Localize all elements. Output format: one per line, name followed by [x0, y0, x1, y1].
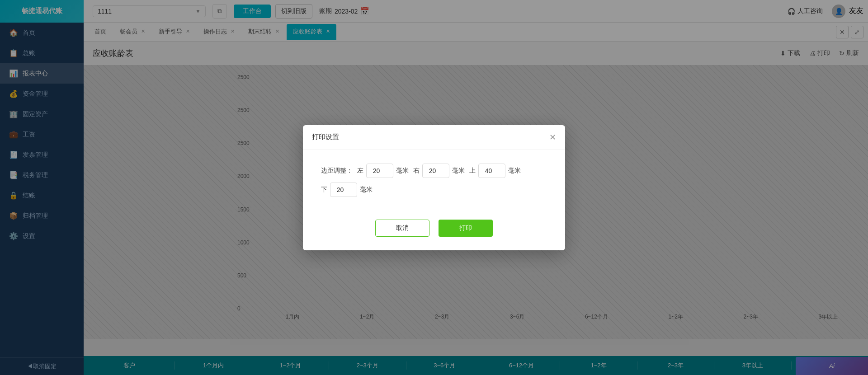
bottom-unit: 毫米 — [360, 186, 373, 194]
margin-row: 边距调整： 左 毫米 右 毫米 上 毫米 下 — [321, 164, 547, 197]
top-margin-input[interactable] — [478, 164, 505, 178]
print-settings-modal: 打印设置 ✕ 边距调整： 左 毫米 右 毫米 上 毫米 — [303, 125, 565, 250]
left-unit: 毫米 — [396, 167, 409, 175]
margin-right-group: 右 毫米 — [413, 164, 465, 178]
left-margin-input[interactable] — [366, 164, 393, 178]
left-label: 左 — [357, 167, 363, 175]
right-margin-input[interactable] — [422, 164, 449, 178]
top-label: 上 — [469, 167, 476, 175]
modal-overlay[interactable]: 打印设置 ✕ 边距调整： 左 毫米 右 毫米 上 毫米 — [0, 0, 868, 375]
margin-adjust-label: 边距调整： — [321, 167, 353, 175]
bottom-label: 下 — [321, 186, 327, 194]
margin-left-group: 左 毫米 — [357, 164, 409, 178]
modal-body: 边距调整： 左 毫米 右 毫米 上 毫米 下 — [303, 150, 565, 211]
top-unit: 毫米 — [508, 167, 521, 175]
modal-header: 打印设置 ✕ — [303, 125, 565, 150]
bottom-margin-input[interactable] — [330, 183, 357, 197]
right-unit: 毫米 — [452, 167, 465, 175]
confirm-print-button[interactable]: 打印 — [439, 220, 493, 237]
modal-close-button[interactable]: ✕ — [549, 132, 556, 142]
cancel-button[interactable]: 取消 — [375, 220, 429, 237]
margin-top-group: 上 毫米 — [469, 164, 521, 178]
modal-title: 打印设置 — [312, 133, 339, 141]
modal-footer: 取消 打印 — [303, 211, 565, 250]
right-label: 右 — [413, 167, 420, 175]
margin-bottom-group: 下 毫米 — [321, 183, 373, 197]
